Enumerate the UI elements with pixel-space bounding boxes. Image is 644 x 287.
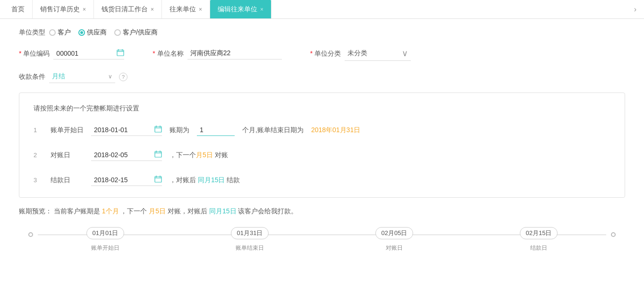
period-row-1-suffix-before: 账期为: [169, 126, 189, 135]
unit-code-input[interactable]: [53, 48, 115, 59]
tab-edit-unit[interactable]: 编辑往来单位 ×: [210, 0, 271, 18]
timeline-left-dot: [28, 232, 33, 237]
unit-code-input-wrapper: [53, 48, 124, 59]
payment-value: 月结: [52, 72, 105, 81]
unit-name-label: 单位名称: [153, 50, 183, 58]
unit-type-field: 单位类型 客户 供应商 客户/供应商: [19, 28, 158, 37]
period-row-3-label: 结款日: [51, 176, 84, 185]
unit-code-icon[interactable]: [117, 49, 124, 58]
payment-select[interactable]: 月结 ∨: [49, 70, 115, 83]
page-content: 单位类型 客户 供应商 客户/供应商 单位编码: [0, 19, 644, 287]
unit-code-group: 单位编码: [19, 48, 124, 59]
period-row-3-date-field[interactable]: [91, 174, 153, 186]
tabs-expand-button[interactable]: ›: [630, 5, 640, 14]
unit-name-input[interactable]: [187, 48, 282, 59]
radio-supplier[interactable]: 供应商: [78, 28, 107, 37]
tab-home-label: 首页: [11, 5, 25, 14]
timeline-node-3: 02月05日 对账日: [375, 227, 414, 252]
payment-help-icon[interactable]: ?: [119, 73, 127, 81]
period-row-2-date-input: [91, 149, 162, 161]
tab-home[interactable]: 首页: [4, 0, 33, 18]
period-card: 请按照未来的一个完整帐期进行设置 1 账单开始日 账期为 个月,账单结束日期为 …: [19, 93, 625, 198]
svg-rect-0: [117, 50, 124, 56]
timeline-wrapper: 01月01日 账单开始日 01月31日 账单结束日 02月05日 对账日 02月…: [19, 227, 625, 252]
tab-cash-work-label: 钱货日清工作台: [102, 5, 148, 14]
period-row-2-label: 对账日: [51, 151, 84, 160]
preview-label: 账期预览：: [19, 207, 52, 215]
timeline-nodes-inner: 01月01日 账单开始日 01月31日 账单结束日 02月05日 对账日 02月…: [33, 227, 611, 252]
unit-name-group: 单位名称: [153, 48, 281, 59]
timeline-nodes: 01月01日 账单开始日 01月31日 账单结束日 02月05日 对账日 02月…: [28, 227, 616, 252]
svg-rect-4: [155, 127, 161, 132]
tab-sales-history-close[interactable]: ×: [83, 6, 86, 13]
tab-edit-unit-close[interactable]: ×: [260, 6, 263, 13]
radio-group: 客户 供应商 客户/供应商: [49, 28, 158, 37]
period-row-2-highlight: 月5日: [196, 151, 213, 159]
tab-contact-unit[interactable]: 往来单位 ×: [162, 0, 210, 18]
period-row-1-date-field[interactable]: [91, 124, 153, 135]
tabs-bar: 首页 销售订单历史 × 钱货日清工作台 × 往来单位 × 编辑往来单位 × ›: [0, 0, 644, 19]
payment-dropdown-arrow: ∨: [108, 73, 112, 80]
timeline-badge-4: 02月15日: [520, 227, 558, 239]
unit-name-input-wrapper: [187, 48, 282, 59]
timeline-badge-1: 01月01日: [86, 227, 125, 239]
period-card-title: 请按照未来的一个完整帐期进行设置: [34, 104, 610, 113]
period-row-3-cal-icon[interactable]: [154, 175, 162, 185]
svg-rect-8: [155, 152, 161, 157]
period-row-3-date-input: [91, 174, 162, 186]
unit-classify-arrow: ∨: [402, 48, 408, 59]
period-row-1-highlight: 2018年01月31日: [311, 126, 360, 135]
period-row-1-month-input[interactable]: [197, 124, 235, 136]
period-row-2-desc: ，下一个月5日 对账: [169, 151, 228, 160]
preview-text-2: 1个月: [102, 207, 119, 215]
tab-cash-work-close[interactable]: ×: [151, 6, 154, 13]
period-row-2-date-field[interactable]: [91, 149, 153, 160]
period-row-2-cal-icon[interactable]: [154, 150, 162, 160]
preview-text-1: 当前客户账期是: [54, 207, 100, 215]
period-row-1-num: 1: [34, 127, 43, 134]
timeline-badge-3: 02月05日: [375, 227, 414, 239]
period-row-1-suffix-after: 个月,账单结束日期为: [242, 126, 304, 135]
radio-both[interactable]: 客户/供应商: [114, 28, 158, 37]
unit-type-label: 单位类型: [19, 28, 45, 37]
radio-customer[interactable]: 客户: [49, 28, 71, 37]
preview-text-7: 该客户会给我打款。: [238, 207, 297, 215]
unit-info-row: 单位编码 单位名称 单位分类 未分类 ∨: [19, 46, 625, 61]
preview-text-4: 月5日: [149, 207, 166, 215]
radio-supplier-label: 供应商: [87, 28, 107, 37]
payment-row: 收款条件 月结 ∨ ?: [19, 70, 625, 83]
unit-classify-group: 单位分类 未分类 ∨: [310, 46, 411, 61]
payment-label: 收款条件: [19, 73, 45, 81]
period-row-1: 1 账单开始日 账期为 个月,账单结束日期为 2018年01月31日: [34, 124, 610, 136]
period-row-3: 3 结款日 ，对账后 同月15日 结款: [34, 174, 610, 186]
timeline-badge-2: 01月31日: [231, 227, 269, 239]
tab-contact-unit-close[interactable]: ×: [199, 6, 202, 13]
payment-group: 收款条件 月结 ∨ ?: [19, 70, 127, 83]
tab-cash-work[interactable]: 钱货日清工作台 ×: [94, 0, 162, 18]
radio-both-label: 客户/供应商: [123, 28, 158, 37]
tab-contact-unit-label: 往来单位: [169, 5, 196, 14]
unit-classify-value: 未分类: [347, 49, 399, 58]
timeline-label-2: 账单结束日: [236, 244, 264, 252]
unit-type-row: 单位类型 客户 供应商 客户/供应商: [19, 28, 625, 37]
period-row-1-cal-icon[interactable]: [154, 125, 162, 135]
period-row-3-highlight: 同月15日: [198, 176, 225, 184]
timeline-right-dot: [611, 232, 616, 237]
preview-text-5: 对账，对账后: [168, 207, 207, 215]
preview-section: 账期预览： 当前客户账期是 1个月 ，下一个 月5日 对账，对账后 同月15日 …: [19, 207, 625, 216]
timeline-label-3: 对账日: [386, 244, 403, 252]
period-row-3-num: 3: [34, 177, 43, 184]
svg-rect-12: [155, 177, 161, 182]
timeline-node-1: 01月01日 账单开始日: [86, 227, 125, 252]
period-row-2: 2 对账日 ，下一个月5日 对账: [34, 149, 610, 161]
unit-classify-select[interactable]: 未分类 ∨: [345, 46, 411, 61]
period-row-2-num: 2: [34, 152, 43, 159]
unit-code-label: 单位编码: [19, 50, 50, 58]
radio-both-circle: [114, 29, 121, 36]
tab-sales-history[interactable]: 销售订单历史 ×: [33, 0, 94, 18]
radio-supplier-circle: [78, 29, 85, 36]
preview-text-3: ，下一个: [120, 207, 147, 215]
period-row-3-desc: ，对账后 同月15日 结款: [169, 176, 240, 185]
radio-customer-circle: [49, 29, 56, 36]
tab-edit-unit-label: 编辑往来单位: [218, 5, 257, 14]
